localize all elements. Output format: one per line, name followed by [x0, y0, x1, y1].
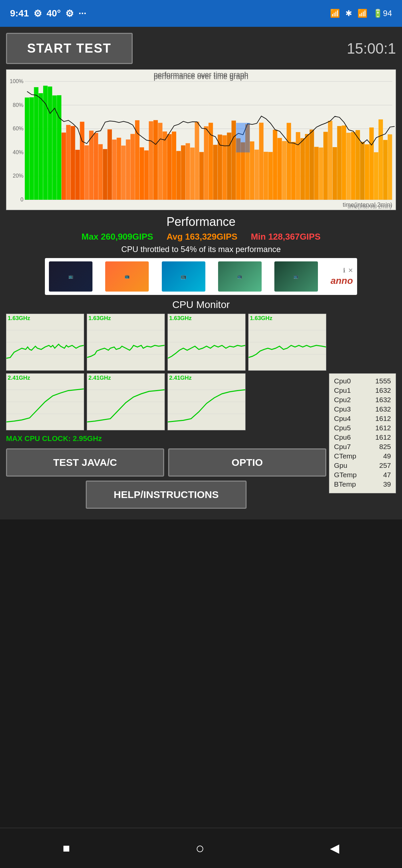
cpu-stat-row: Cpu11632: [334, 386, 391, 395]
cpu-stat-row: Cpu01555: [334, 377, 391, 385]
battery-icon: 🔋94: [373, 9, 392, 18]
stat-avg: Avg 163,329GIPS: [167, 231, 237, 242]
cpu5-freq: 2.41GHz: [89, 375, 111, 381]
settings-icon: ⚙: [34, 8, 42, 19]
signal-icon: 📶: [358, 9, 368, 18]
cpu-stat-row: GTemp47: [334, 471, 391, 479]
cpu-stats-panel: Cpu01555Cpu11632Cpu21632Cpu31632Cpu41612…: [329, 373, 396, 493]
cpu-stat-row: Cpu21632: [334, 396, 391, 404]
cpu-monitor-title: CPU Monitor: [6, 299, 396, 310]
performance-graph-container: performance over time graph time(interva…: [6, 69, 396, 210]
cpu-graph-6: 2.41GHz: [168, 373, 245, 430]
nav-home-button[interactable]: ○: [196, 840, 205, 857]
cpu-grids-wrapper: 1.63GHz 1.63GHz: [6, 314, 396, 509]
cpu-stat-row: Cpu41612: [334, 414, 391, 423]
cpu3-freq: 1.63GHz: [250, 315, 272, 322]
cpu1-freq: 1.63GHz: [89, 315, 111, 322]
start-test-button[interactable]: START TEST: [6, 33, 133, 64]
bluetooth-icon: ✱: [345, 9, 352, 18]
ad-brand: anno: [331, 276, 353, 286]
performance-title: Performance: [6, 215, 396, 229]
cpu-row-2: 2.41GHz 2.41GHz: [6, 373, 326, 430]
test-java-button[interactable]: TEST JAVA/C: [6, 448, 164, 476]
performance-graph-canvas: [6, 70, 396, 210]
graph-title: performance over time graph: [6, 70, 396, 81]
performance-stats: Max 260,909GIPS Avg 163,329GIPS Min 128,…: [6, 231, 396, 242]
top-controls: START TEST 15:00:1: [6, 33, 396, 64]
app-body: START TEST 15:00:1 performance over time…: [0, 27, 402, 520]
cpu-stat-row: BTemp39: [334, 480, 391, 488]
cpu-graph-0: 1.63GHz: [6, 314, 84, 371]
wifi-icon: 📶: [330, 9, 340, 18]
cpu-graph-4: 2.41GHz: [6, 373, 84, 430]
cpu-graph-5: 2.41GHz: [87, 373, 165, 430]
status-temp: 40°: [46, 8, 61, 19]
cpu-stat-row: Cpu61612: [334, 433, 391, 441]
max-cpu-label: MAX CPU CLOCK: 2.95GHz: [6, 433, 326, 444]
cpu-stat-row: CTemp49: [334, 452, 391, 460]
cpu0-freq: 1.63GHz: [8, 315, 30, 322]
timer-display: 15:00:1: [347, 40, 396, 57]
cpu-row-1: 1.63GHz 1.63GHz: [6, 314, 326, 371]
nav-square-button[interactable]: ■: [63, 841, 70, 855]
stat-min: Min 128,367GIPS: [251, 231, 321, 242]
cpu6-freq: 2.41GHz: [169, 375, 192, 381]
cpu-stat-row: Cpu7825: [334, 443, 391, 451]
ad-info-icon[interactable]: ℹ: [343, 267, 345, 274]
help-instructions-button[interactable]: HELP/INSTRUCTIONS: [86, 480, 246, 509]
stat-max: Max 260,909GIPS: [81, 231, 153, 242]
ad-close-icon[interactable]: ✕: [348, 267, 353, 274]
cpu4-freq: 2.41GHz: [8, 375, 30, 381]
cpu-monitor-section: CPU Monitor 1.63GHz 1.63GH: [6, 299, 396, 509]
nav-bar: ■ ○ ◀: [0, 828, 402, 868]
status-dots: ···: [78, 8, 86, 19]
ad-banner[interactable]: 📺 📺 📺 📺 📺 ℹ ✕ anno: [45, 258, 357, 295]
settings-icon-2: ⚙: [65, 8, 74, 19]
status-bar: 9:41 ⚙ 40° ⚙ ··· 📶 ✱ 📶 🔋94: [0, 0, 402, 27]
help-btn-row: HELP/INSTRUCTIONS: [6, 480, 326, 509]
cpu2-freq: 1.63GHz: [169, 315, 192, 322]
status-time: 9:41: [10, 8, 29, 19]
graph-time-label: time(interval 2min): [343, 202, 392, 209]
nav-back-button[interactable]: ◀: [330, 841, 339, 855]
cpu-graph-1: 1.63GHz: [87, 314, 165, 371]
cpu-stat-row: Gpu257: [334, 462, 391, 469]
cpu-grids-left: 1.63GHz 1.63GHz: [6, 314, 326, 509]
throttle-text: CPU throttled to 54% of its max performa…: [6, 245, 396, 254]
cpu-graph-2: 1.63GHz: [168, 314, 245, 371]
bottom-buttons: TEST JAVA/C OPTIO: [6, 448, 326, 476]
cpu-stat-row: Cpu51612: [334, 424, 391, 432]
options-button[interactable]: OPTIO: [168, 448, 326, 476]
cpu-stat-row: Cpu31632: [334, 405, 391, 413]
performance-section: Performance Max 260,909GIPS Avg 163,329G…: [6, 215, 396, 254]
ad-controls: ℹ ✕ anno: [331, 267, 353, 286]
cpu-graph-3: 1.63GHz: [248, 314, 326, 371]
